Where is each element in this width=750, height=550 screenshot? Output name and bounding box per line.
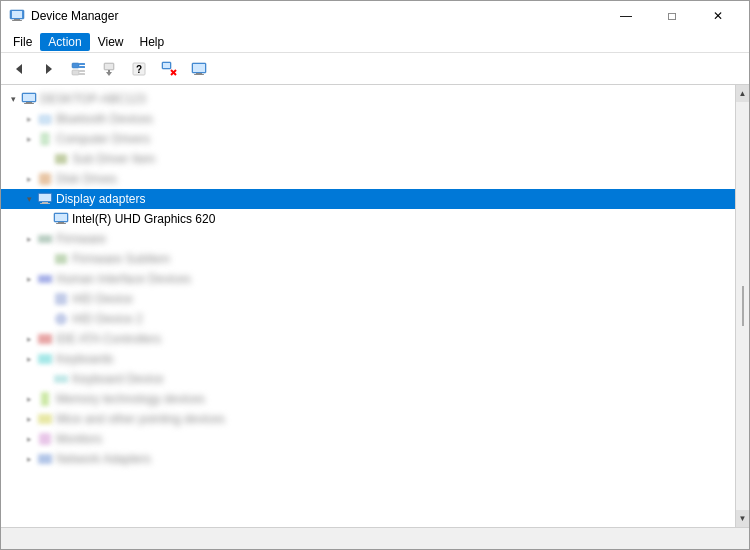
intel-uhd-icon: [53, 211, 69, 227]
toggle-blurred-5[interactable]: ▸: [21, 271, 37, 287]
app-icon: [9, 8, 25, 24]
svg-marker-5: [46, 64, 52, 74]
toggle-blurred-3[interactable]: ▸: [21, 171, 37, 187]
svg-rect-50: [38, 354, 52, 364]
icon-blurred-2: [37, 131, 53, 147]
icon-blurred-4: [37, 231, 53, 247]
scroll-down-arrow[interactable]: ▼: [736, 510, 750, 527]
icon-blurred-4b: [53, 251, 69, 267]
toggle-blurred-5c: [37, 311, 53, 327]
svg-rect-9: [72, 70, 79, 75]
svg-point-48: [55, 313, 67, 325]
svg-rect-45: [55, 254, 67, 264]
uninstall-button[interactable]: [155, 56, 183, 82]
label-blurred-5b: HID Device: [72, 292, 133, 306]
tree-item-blurred-7[interactable]: ▸ Keyboards: [1, 349, 735, 369]
tree-root[interactable]: ▾ DESKTOP-ABC123: [1, 89, 735, 109]
toggle-blurred-4[interactable]: ▸: [21, 231, 37, 247]
scroll-thumb[interactable]: [742, 286, 744, 326]
status-bar: [1, 527, 749, 549]
tree-item-blurred-9[interactable]: ▸ Mice and other pointing devices: [1, 409, 735, 429]
tree-item-blurred-1[interactable]: ▸ Bluetooth Devices: [1, 109, 735, 129]
device-tree[interactable]: ▾ DESKTOP-ABC123 ▸ Bluetooth Devi: [1, 85, 735, 527]
tree-item-blurred-5c[interactable]: HID Device 2: [1, 309, 735, 329]
tree-item-blurred-5[interactable]: ▸ Human Interface Devices: [1, 269, 735, 289]
icon-blurred-7: [37, 351, 53, 367]
tree-item-blurred-6[interactable]: ▸ IDE ATA Controllers: [1, 329, 735, 349]
label-blurred-10: Monitors: [56, 432, 102, 446]
label-blurred-3: Disk Drives: [56, 172, 117, 186]
tree-item-blurred-10[interactable]: ▸ Monitors: [1, 429, 735, 449]
svg-rect-53: [38, 414, 52, 424]
display-adapters-toggle[interactable]: ▾: [21, 191, 37, 207]
maximize-button[interactable]: □: [649, 1, 695, 31]
update-button[interactable]: [95, 56, 123, 82]
label-blurred-9: Mice and other pointing devices: [56, 412, 225, 426]
svg-rect-41: [55, 214, 67, 221]
menu-action[interactable]: Action: [40, 33, 89, 51]
label-blurred-4: Firmware: [56, 232, 106, 246]
toggle-blurred-10[interactable]: ▸: [21, 431, 37, 447]
icon-blurred-1: [37, 111, 53, 127]
toggle-blurred-1[interactable]: ▸: [21, 111, 37, 127]
label-blurred-7b: Keyboard Device: [72, 372, 163, 386]
svg-rect-44: [38, 235, 52, 243]
svg-rect-54: [39, 433, 51, 445]
toggle-blurred-9[interactable]: ▸: [21, 411, 37, 427]
icon-blurred-5b: [53, 291, 69, 307]
tree-item-blurred-4b[interactable]: Firmware SubItem: [1, 249, 735, 269]
tree-item-display-adapters[interactable]: ▾ Display adapters: [1, 189, 735, 209]
svg-rect-19: [163, 63, 170, 68]
svg-rect-23: [193, 64, 205, 72]
back-button[interactable]: [5, 56, 33, 82]
tree-item-blurred-4[interactable]: ▸ Firmware: [1, 229, 735, 249]
properties-button[interactable]: [65, 56, 93, 82]
menu-help[interactable]: Help: [132, 33, 173, 51]
icon-blurred-8: [37, 391, 53, 407]
minimize-button[interactable]: —: [603, 1, 649, 31]
menu-view[interactable]: View: [90, 33, 132, 51]
label-blurred-1: Bluetooth Devices: [56, 112, 153, 126]
svg-rect-31: [40, 116, 50, 123]
intel-uhd-label: Intel(R) UHD Graphics 620: [72, 212, 215, 226]
toggle-blurred-8[interactable]: ▸: [21, 391, 37, 407]
tree-item-blurred-2b[interactable]: Sub Driver Item: [1, 149, 735, 169]
vertical-scrollbar[interactable]: ▲ ▼: [735, 85, 749, 527]
toggle-blurred-4b: [37, 251, 53, 267]
svg-rect-10: [79, 70, 85, 72]
svg-marker-4: [16, 64, 22, 74]
svg-rect-43: [56, 223, 66, 224]
close-button[interactable]: ✕: [695, 1, 741, 31]
tree-item-blurred-3[interactable]: ▸ Disk Drives: [1, 169, 735, 189]
toggle-blurred-11[interactable]: ▸: [21, 451, 37, 467]
root-toggle[interactable]: ▾: [5, 91, 21, 107]
device-manager-window: Device Manager — □ ✕ File Action View He…: [0, 0, 750, 550]
toggle-blurred-7[interactable]: ▸: [21, 351, 37, 367]
label-blurred-5c: HID Device 2: [72, 312, 143, 326]
tree-item-blurred-7b[interactable]: Keyboard Device: [1, 369, 735, 389]
icon-blurred-6: [37, 331, 53, 347]
menu-file[interactable]: File: [5, 33, 40, 51]
svg-rect-3: [12, 20, 22, 21]
view-button[interactable]: [185, 56, 213, 82]
tree-item-blurred-5b[interactable]: HID Device: [1, 289, 735, 309]
forward-button[interactable]: [35, 56, 63, 82]
icon-blurred-2b: [53, 151, 69, 167]
svg-rect-29: [24, 103, 34, 104]
tree-item-blurred-11[interactable]: ▸ Network Adapters: [1, 449, 735, 469]
label-blurred-2: Computer Drivers: [56, 132, 150, 146]
label-blurred-5: Human Interface Devices: [56, 272, 191, 286]
toggle-blurred-6[interactable]: ▸: [21, 331, 37, 347]
svg-rect-27: [23, 94, 35, 101]
svg-rect-7: [79, 63, 85, 65]
label-blurred-2b: Sub Driver Item: [72, 152, 155, 166]
toggle-blurred-7b: [37, 371, 53, 387]
icon-blurred-5c: [53, 311, 69, 327]
toggle-blurred-2[interactable]: ▸: [21, 131, 37, 147]
svg-rect-46: [38, 275, 52, 283]
tree-item-blurred-2[interactable]: ▸ Computer Drivers: [1, 129, 735, 149]
help-button[interactable]: ?: [125, 56, 153, 82]
tree-item-intel-uhd[interactable]: Intel(R) UHD Graphics 620: [1, 209, 735, 229]
tree-item-blurred-8[interactable]: ▸ Memory technology devices: [1, 389, 735, 409]
scroll-up-arrow[interactable]: ▲: [736, 85, 750, 102]
